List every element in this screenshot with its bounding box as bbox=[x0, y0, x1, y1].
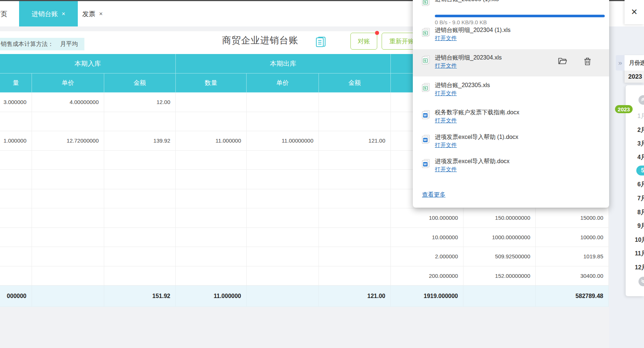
table-cell bbox=[0, 189, 32, 209]
table-cell bbox=[32, 228, 104, 247]
months-scroll-up-button[interactable] bbox=[638, 95, 644, 105]
show-in-folder-icon[interactable] bbox=[558, 57, 567, 65]
reconcile-button[interactable]: 对账 bbox=[350, 33, 377, 50]
delete-download-icon[interactable] bbox=[584, 57, 591, 65]
table-cell bbox=[0, 228, 32, 247]
cost-method-caption: 销售成本计算方法： bbox=[1, 40, 54, 48]
download-file-name: 进项发票excel导入帮助 (1).docx bbox=[435, 133, 519, 141]
table-column-header: 数量 bbox=[176, 73, 247, 93]
month-item[interactable]: 9月 bbox=[637, 222, 644, 230]
table-cell bbox=[104, 228, 176, 247]
table-cell bbox=[247, 247, 319, 266]
table-cell: 30400.00 bbox=[536, 266, 609, 286]
table-group-header: 本期入库 bbox=[0, 54, 176, 73]
download-item[interactable]: W 进项发票excel导入帮助.docx 打开文件 bbox=[413, 158, 609, 175]
table-cell bbox=[104, 266, 176, 286]
download-item[interactable]: W 进项发票excel导入帮助 (1).docx 打开文件 bbox=[413, 133, 609, 151]
table-cell: 200.000000 bbox=[391, 266, 463, 286]
table-cell bbox=[176, 170, 247, 189]
download-item[interactable]: S 进销台账明细_202304.xls 打开文件 bbox=[413, 49, 609, 76]
tab-invoice-close-icon[interactable]: × bbox=[99, 10, 103, 18]
download-item-active[interactable]: 进销台账_202305 (1).xls S 0 B/s - 9.0 KB/9.0… bbox=[413, 0, 609, 25]
table-cell: 152.00000000 bbox=[463, 266, 536, 286]
table-cell bbox=[32, 208, 104, 228]
table-column-header: 金额 bbox=[104, 73, 176, 93]
close-button[interactable]: ✕ bbox=[625, 0, 644, 24]
year-selector[interactable]: 2023 bbox=[625, 71, 644, 83]
chevron-right-icon: » bbox=[618, 59, 622, 67]
table-cell bbox=[247, 208, 319, 228]
table-cell: 12.00 bbox=[104, 93, 176, 112]
month-item[interactable]: 10月 bbox=[635, 236, 644, 244]
sidebar-collapse-button[interactable]: » bbox=[616, 55, 625, 71]
tab-home-label: 首页 bbox=[0, 10, 7, 18]
table-row: 2.000000509.925000001019.85 bbox=[0, 247, 609, 266]
table-cell bbox=[176, 189, 247, 209]
download-progress-bar bbox=[435, 15, 605, 17]
month-item[interactable]: 3月 bbox=[637, 140, 644, 148]
table-cell: 1019.85 bbox=[536, 247, 609, 266]
tab-invoice-label: 发票 bbox=[82, 10, 95, 18]
download-file-name: 进销台账_202305.xls bbox=[435, 82, 490, 89]
table-cell bbox=[176, 151, 247, 170]
month-item[interactable]: 2月 bbox=[637, 126, 644, 134]
table-cell bbox=[32, 151, 104, 170]
double-chevron-down-icon bbox=[641, 278, 644, 285]
open-file-link[interactable]: 打开文件 bbox=[435, 166, 457, 173]
table-cell bbox=[319, 266, 391, 286]
month-item[interactable]: 4月 bbox=[637, 154, 644, 161]
download-item[interactable]: S 进销台账明细_202304 (1).xls 打开文件 bbox=[413, 26, 609, 44]
tab-ledger-close-icon[interactable]: × bbox=[62, 10, 65, 18]
table-cell bbox=[104, 189, 176, 209]
tab-ledger-label: 进销台账 bbox=[32, 10, 58, 18]
totals-cell bbox=[32, 286, 104, 307]
view-more-link[interactable]: 查看更多 bbox=[422, 191, 445, 199]
table-cell bbox=[0, 151, 32, 170]
download-item[interactable]: W 税务数字账户发票下载指南.docx 打开文件 bbox=[413, 109, 609, 126]
month-item[interactable]: 7月 bbox=[637, 195, 644, 202]
ledger-document-icon[interactable] bbox=[315, 36, 327, 49]
month-item[interactable]: 11月 bbox=[635, 250, 644, 258]
open-file-link[interactable]: 打开文件 bbox=[435, 117, 457, 124]
table-cell bbox=[32, 189, 104, 209]
table-cell bbox=[176, 266, 247, 286]
downloads-panel: 进销台账_202305 (1).xls S 0 B/s - 9.0 KB/9.0… bbox=[413, 0, 609, 208]
table-cell bbox=[0, 170, 32, 189]
table-cell bbox=[176, 112, 247, 132]
month-item-selected[interactable]: 5月 bbox=[636, 166, 644, 176]
download-item[interactable]: S 进销台账_202305.xls 打开文件 bbox=[413, 82, 609, 99]
month-item[interactable]: 8月 bbox=[637, 209, 644, 216]
months-scroll-down-button[interactable] bbox=[638, 277, 644, 286]
table-cell bbox=[247, 93, 319, 112]
month-item[interactable]: 6月 bbox=[637, 181, 644, 189]
open-file-link[interactable]: 打开文件 bbox=[435, 35, 457, 42]
tab-home[interactable]: 首页 bbox=[0, 1, 7, 26]
totals-cell: 1919.000000 bbox=[391, 286, 463, 307]
month-panel-header: 月份选择 2023 bbox=[625, 55, 644, 83]
table-cell bbox=[247, 266, 319, 286]
open-file-link[interactable]: 打开文件 bbox=[435, 90, 457, 97]
totals-cell bbox=[463, 286, 536, 307]
tab-invoice[interactable]: 发票 × bbox=[82, 1, 103, 26]
table-cell: 10000.00 bbox=[536, 228, 609, 247]
totals-cell: 121.00 bbox=[319, 286, 391, 307]
open-file-link[interactable]: 打开文件 bbox=[435, 142, 457, 149]
month-item[interactable]: 12月 bbox=[635, 264, 644, 272]
table-cell: 15000.00 bbox=[536, 208, 609, 228]
table-cell bbox=[32, 112, 104, 132]
table-totals-row: 000000151.9211.000000121.001919.00000058… bbox=[0, 286, 609, 307]
table-cell bbox=[319, 189, 391, 209]
totals-cell: 151.92 bbox=[104, 286, 176, 307]
tab-ledger[interactable]: 进销台账 × bbox=[19, 1, 78, 26]
table-cell: 139.92 bbox=[104, 131, 176, 151]
table-cell bbox=[104, 247, 176, 266]
download-file-name: 进项发票excel导入帮助.docx bbox=[435, 158, 510, 165]
table-cell bbox=[319, 208, 391, 228]
table-cell: 12.72000000 bbox=[32, 131, 104, 151]
table-column-header: 单价 bbox=[247, 73, 319, 93]
open-file-link[interactable]: 打开文件 bbox=[435, 62, 457, 69]
table-cell: 2.000000 bbox=[391, 247, 463, 266]
table-cell bbox=[0, 208, 32, 228]
month-panel-title: 月份选择 bbox=[629, 60, 644, 67]
table-cell: 100.000000 bbox=[391, 208, 463, 228]
